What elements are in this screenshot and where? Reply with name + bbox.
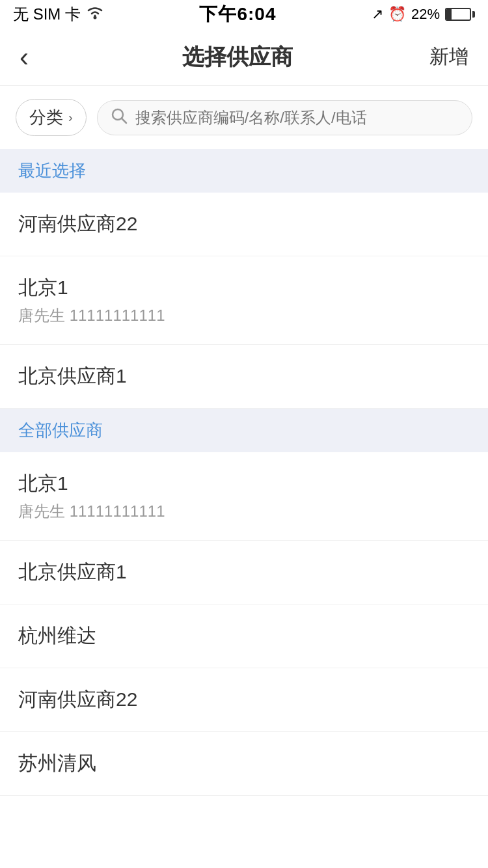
battery-icon [445, 8, 475, 21]
wifi-icon [86, 5, 104, 23]
list-item[interactable]: 苏州清风 [0, 732, 488, 796]
list-item[interactable]: 河南供应商22 [0, 668, 488, 732]
filter-bar: 分类 › [0, 86, 488, 149]
status-bar: 无 SIM 卡 下午6:04 ↗ ⏰ 22% [0, 0, 488, 29]
search-input[interactable] [135, 109, 459, 127]
item-sub: 唐先生 11111111111 [18, 305, 470, 326]
sim-text: 无 SIM 卡 [13, 4, 81, 25]
item-name: 河南供应商22 [18, 686, 470, 713]
chevron-right-icon: › [68, 110, 73, 125]
page-title: 选择供应商 [182, 42, 293, 72]
item-sub: 唐先生 11111111111 [18, 501, 470, 522]
item-name: 北京1 [18, 275, 470, 301]
recent-section-header: 最近选择 [0, 149, 488, 193]
list-item[interactable]: 北京1唐先生 11111111111 [0, 452, 488, 541]
status-right: ↗ ⏰ 22% [372, 6, 475, 23]
search-box[interactable] [97, 100, 472, 135]
status-left: 无 SIM 卡 [13, 4, 104, 25]
list-item[interactable]: 北京1唐先生 11111111111 [0, 256, 488, 345]
all-section-header: 全部供应商 [0, 409, 488, 452]
nav-bar: ‹ 选择供应商 新增 [0, 29, 488, 86]
item-name: 北京供应商1 [18, 559, 470, 586]
item-name: 北京1 [18, 470, 470, 497]
location-icon: ↗ [372, 6, 383, 23]
item-name: 北京供应商1 [18, 363, 470, 390]
category-filter[interactable]: 分类 › [16, 99, 87, 136]
status-time: 下午6:04 [199, 2, 276, 27]
item-name: 河南供应商22 [18, 211, 470, 237]
add-button[interactable]: 新增 [416, 44, 468, 70]
alarm-icon: ⏰ [388, 6, 406, 23]
list-item[interactable]: 北京供应商1 [0, 345, 488, 409]
list-item[interactable]: 河南供应商22 [0, 193, 488, 256]
svg-point-0 [94, 16, 97, 20]
list-item[interactable]: 北京供应商1 [0, 541, 488, 604]
recent-items-list: 河南供应商22北京1唐先生 11111111111北京供应商1 [0, 193, 488, 409]
back-button[interactable]: ‹ [20, 42, 59, 73]
category-label: 分类 [29, 106, 63, 129]
battery-percent: 22% [411, 6, 440, 23]
search-icon [111, 107, 128, 128]
item-name: 杭州维达 [18, 623, 470, 649]
list-item[interactable]: 杭州维达 [0, 604, 488, 668]
item-name: 苏州清风 [18, 750, 470, 777]
svg-line-2 [122, 118, 126, 123]
all-items-list: 北京1唐先生 11111111111北京供应商1杭州维达河南供应商22苏州清风 [0, 452, 488, 796]
